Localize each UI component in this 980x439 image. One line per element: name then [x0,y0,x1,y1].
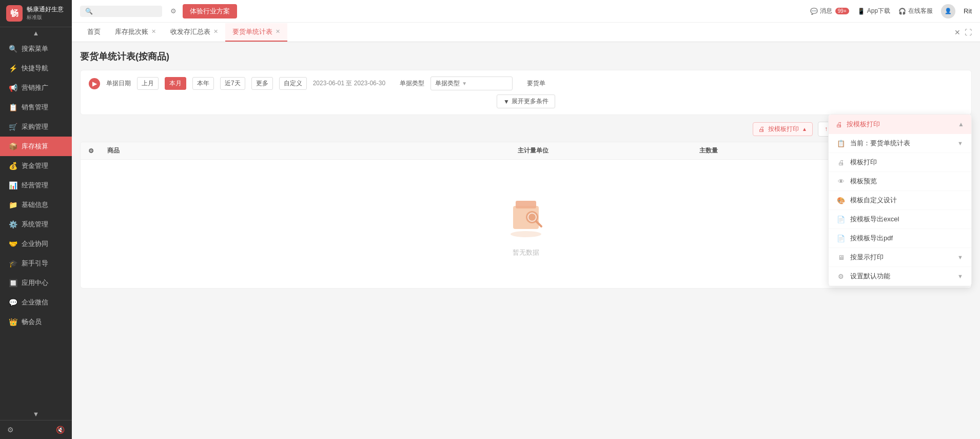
expand-conditions-btn[interactable]: ▼ 展开更多条件 [497,94,555,108]
dropdown-display-print[interactable]: 🖥 按显示打印 ▼ [829,248,971,267]
tab-order-stats-close[interactable]: ✕ [276,28,280,35]
download-icon: 📱 [857,8,865,15]
search-icon: 🔍 [8,45,17,53]
avatar-icon: 👤 [945,8,952,14]
online-service-btn[interactable]: 🎧 在线客服 [898,7,933,15]
sidebar-item-operation[interactable]: 📊 经营管理 [0,176,72,195]
sales-icon: 📋 [8,103,17,111]
date-range: 2023-06-01 至 2023-06-30 [313,79,385,88]
dropdown-export-excel[interactable]: 📄 按模板导出excel [829,210,971,229]
tab-order-stats[interactable]: 要货单统计表 ✕ [225,23,287,42]
pdf-icon: 📄 [837,235,845,242]
sidebar-scroll-down[interactable]: ▼ [0,408,72,420]
username: Rit [964,7,972,15]
service-icon: 🎧 [898,8,906,15]
th-checkbox: ⚙ [81,147,101,155]
dropdown-current-template[interactable]: 📋 当前：要货单统计表 ▼ [829,134,971,153]
dropdown-chevron-up-icon[interactable]: ▲ [958,121,964,128]
dropdown-header: 🖨 按模板打印 ▲ [829,114,971,134]
date-btn-more[interactable]: 更多 [251,77,273,90]
close-window-btn[interactable]: ✕ [954,28,961,36]
sidebar-item-search[interactable]: 🔍 搜索菜单 [0,39,72,59]
export-icon: ↑ [825,125,828,132]
dropdown-template-print-label: 模板打印 [850,158,877,167]
sidebar-item-wechat[interactable]: 💬 企业微信 [0,293,72,312]
sidebar-item-system[interactable]: ⚙️ 系统管理 [0,215,72,234]
empty-icon [500,190,552,242]
th-product: 商品 [101,146,445,155]
print-icon: 🖨 [758,125,765,133]
dropdown-set-default-label: 设置默认功能 [850,272,890,281]
maximize-window-btn[interactable]: ⛶ [965,28,972,36]
topbar-gear-icon[interactable]: ⚙ [170,7,177,15]
svg-point-0 [511,231,541,237]
date-btn-custom[interactable]: 自定义 [279,77,307,90]
dropdown-header-right: ▲ [958,121,964,128]
doc-type-value: 单据类型 [435,79,460,88]
topbar-search[interactable]: 🔍 [80,6,162,17]
app-logo-text: 畅康通好生意 标准版 [27,6,64,21]
tab-home[interactable]: 首页 [80,23,108,42]
page-title: 要货单统计表(按商品) [80,50,972,63]
filter-row-expand: ▼ 展开更多条件 [89,94,963,108]
filter-card: ▶ 单据日期 上月 本月 本年 近7天 更多 自定义 2023-06-01 至 … [80,70,972,115]
topbar-search-icon: 🔍 [85,8,93,15]
sidebar-item-apps[interactable]: 🔲 应用中心 [0,273,72,293]
dropdown-template-print[interactable]: 🖨 模板打印 [829,153,971,172]
print-template-btn[interactable]: 🖨 按模板打印 ▲ [753,122,813,136]
sidebar-item-label: 快捷导航 [22,64,48,73]
tab-inventory-batch-close[interactable]: ✕ [151,28,156,35]
dropdown-template-preview[interactable]: 👁 模板预览 [829,172,971,191]
settings-icon[interactable]: ⚙ [7,426,14,434]
messages-btn[interactable]: 💬 消息 99+ [810,7,849,15]
sidebar-item-inventory[interactable]: 📦 库存核算 [0,137,72,156]
sidebar-item-label: 企业微信 [22,298,48,307]
date-btn-this-month[interactable]: 本月 [165,77,186,90]
sidebar-item-basic[interactable]: 📁 基础信息 [0,195,72,215]
topbar: 🔍 ⚙ 体验行业方案 💬 消息 99+ 📱 App下载 🎧 在线客服 👤 Rit [72,0,980,23]
dropdown-current-left: 📋 当前：要货单统计表 [837,139,910,148]
trial-btn[interactable]: 体验行业方案 [183,4,237,18]
avatar[interactable]: 👤 [941,4,955,18]
member-icon: 👑 [8,318,17,326]
tab-receipt-summary-close[interactable]: ✕ [213,28,218,35]
dropdown-export-excel-label: 按模板导出excel [850,215,899,224]
app-logo-icon: 畅 [6,5,23,22]
sidebar-item-label: 销售管理 [22,103,48,112]
sidebar-item-label: 采购管理 [22,122,48,131]
sidebar-item-quick-nav[interactable]: ⚡ 快捷导航 [0,59,72,78]
dropdown-template-design-label: 模板自定义设计 [850,196,897,205]
sidebar-item-collab[interactable]: 🤝 企业协同 [0,234,72,254]
collab-icon: 🤝 [8,240,17,248]
sidebar-item-member[interactable]: 👑 畅会员 [0,312,72,332]
settings-col-icon[interactable]: ⚙ [88,147,94,155]
tab-receipt-summary[interactable]: 收发存汇总表 ✕ [163,23,225,42]
date-btn-last7[interactable]: 近7天 [220,77,245,90]
date-btn-prev-month[interactable]: 上月 [137,77,159,90]
app-download-btn[interactable]: 📱 App下载 [857,7,890,15]
sidebar-item-label: 营销推广 [22,83,48,92]
dropdown-set-default-left: ⚙ 设置默认功能 [837,272,890,281]
sidebar-item-purchase[interactable]: 🛒 采购管理 [0,117,72,137]
default-icon: ⚙ [837,273,845,280]
date-btn-this-year[interactable]: 本年 [192,77,214,90]
excel-icon: 📄 [837,216,845,223]
sidebar-scroll-up[interactable]: ▲ [0,27,72,39]
mute-icon[interactable]: 🔇 [56,426,65,434]
eye-icon: 👁 [837,178,845,185]
filter-expand-btn[interactable]: ▶ [89,78,100,89]
sidebar-item-guide[interactable]: 🎓 新手引导 [0,254,72,273]
tab-inventory-batch[interactable]: 库存批次账 ✕ [108,23,163,42]
dropdown-set-default[interactable]: ⚙ 设置默认功能 ▼ [829,267,971,286]
date-filter-label: 单据日期 [106,79,131,88]
sidebar-item-finance[interactable]: 💰 资金管理 [0,156,72,176]
printer-icon: 🖨 [837,159,845,166]
dropdown-template-design[interactable]: 🎨 模板自定义设计 [829,191,971,210]
dropdown-current-label: 当前：要货单统计表 [850,139,910,148]
dropdown-export-pdf[interactable]: 📄 按模板导出pdf [829,229,971,248]
tabs-right: ✕ ⛶ [954,28,972,36]
sidebar-item-sales[interactable]: 📋 销售管理 [0,98,72,117]
tab-order-stats-label: 要货单统计表 [232,27,272,36]
doc-type-select[interactable]: 单据类型 ▼ [430,77,513,90]
sidebar-item-marketing[interactable]: 📢 营销推广 [0,78,72,98]
